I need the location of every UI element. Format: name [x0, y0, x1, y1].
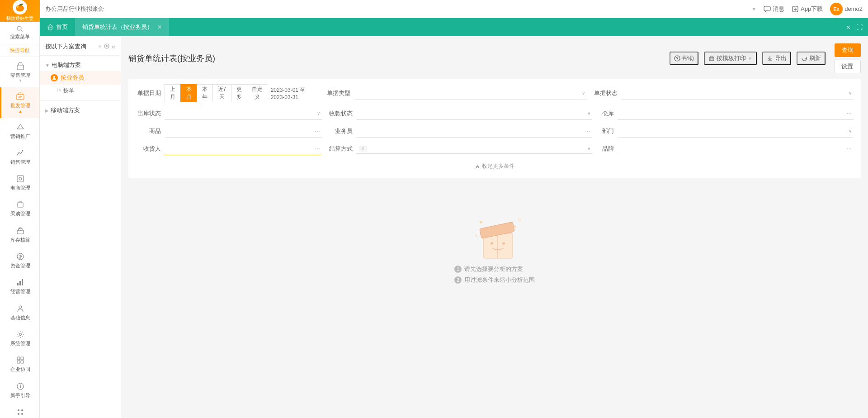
search-menu[interactable]: 搜索菜单 [0, 22, 39, 44]
delivery-value [167, 109, 319, 118]
date-buttons: 上月 本月 本年 近7天 更多 自定义 2023-03-01 至 2023-03… [165, 84, 320, 102]
refresh-icon [801, 55, 807, 62]
sidebar-item-operations[interactable]: 经营管理 [0, 273, 39, 299]
sidebar-item-newbie[interactable]: 新手引导 [0, 377, 39, 403]
sidebar-item-system[interactable]: 系统管理 [0, 325, 39, 351]
svg-rect-19 [17, 357, 20, 360]
settlement-select[interactable]: × ∨ [356, 144, 592, 154]
sidebar-item-enterprise[interactable]: 企业协同 [0, 351, 39, 377]
brand-label: 品牌 [596, 145, 614, 153]
collapse-btn[interactable]: 收起更多条件 [136, 160, 854, 173]
collapse-panel-btn[interactable]: « [112, 43, 115, 51]
brand-dots[interactable]: ··· [846, 145, 852, 152]
message-btn[interactable]: 消息 [764, 5, 784, 13]
scheme-item-salesperson[interactable]: 按业务员 [40, 71, 121, 85]
doc-status-select[interactable]: ∨ [621, 87, 854, 100]
basic-icon [16, 304, 25, 313]
operations-icon [16, 278, 25, 287]
date-btn-this-month[interactable]: 本月 [180, 84, 196, 102]
settings-btn[interactable]: 设置 [835, 60, 861, 73]
help-btn[interactable]: 帮助 [670, 52, 698, 65]
settlement-field: × ∨ [356, 144, 592, 154]
svg-point-37 [57, 90, 58, 91]
salesperson-dots[interactable]: ··· [585, 127, 590, 134]
tab-sales-report[interactable]: 销货单统计表（按业务员） ✕ [75, 18, 169, 36]
svg-point-17 [19, 306, 22, 309]
sidebar-item-basic[interactable]: 基础信息 [0, 299, 39, 325]
sidebar-item-finance[interactable]: 资金管理 [0, 247, 39, 273]
empty-step-1: 1 请先选择要分析的方案 [454, 265, 535, 273]
sidebar-item-apps[interactable]: 应用中心 [0, 403, 39, 418]
sidebar-item-sales[interactable]: 销售管理 [0, 144, 39, 170]
print-btn[interactable]: 按模板打印 ▼ [704, 52, 757, 65]
mobile-scheme-group: ▶ 移动端方案 [40, 103, 121, 118]
filter-row-4: 收货人 ··· 结算方式 × ∨ [136, 142, 854, 155]
scheme-sub-order[interactable]: 按单 [40, 85, 121, 97]
purchase-icon [16, 200, 25, 209]
print-icon [708, 55, 715, 62]
avatar: Ea [830, 3, 843, 15]
svg-point-47 [514, 226, 516, 228]
product-select[interactable]: ··· [165, 124, 322, 138]
delivery-caret: ∨ [317, 111, 320, 116]
topbar-dropdown-icon[interactable]: ▼ [751, 6, 756, 12]
refresh-btn[interactable]: 刷新 [797, 52, 826, 65]
svg-point-23 [18, 409, 19, 411]
tab-home[interactable]: 首页 [40, 18, 75, 36]
tab-home-label: 首页 [56, 23, 68, 31]
date-btn-custom[interactable]: 自定义 [247, 84, 267, 102]
salesperson-select[interactable]: ··· [356, 124, 592, 138]
sidebar-item-wholesale[interactable]: 批发管理 ▲ [0, 87, 39, 118]
print-dropdown-icon[interactable]: ▼ [748, 56, 752, 61]
payment-select[interactable]: ∨ [356, 107, 592, 120]
right-panel: 销货单统计表(按业务员) 帮助 按模板打印 ▼ 导出 [121, 36, 868, 418]
export-btn[interactable]: 导出 [762, 52, 791, 65]
quick-nav[interactable]: 快捷导航 [0, 44, 39, 57]
sidebar-item-retail[interactable]: 零售管理 ▼ [0, 57, 39, 87]
marketing-label: 营销推广 [10, 133, 30, 139]
sales-icon [16, 148, 25, 157]
product-dots[interactable]: ··· [315, 127, 320, 134]
settlement-tag-close[interactable]: × [362, 146, 364, 151]
delivery-select[interactable]: ∨ [165, 107, 322, 120]
finance-label: 资金管理 [10, 262, 30, 269]
warehouse-dots[interactable]: ··· [846, 109, 852, 117]
warehouse-select[interactable]: ··· [618, 107, 854, 120]
payment-field: ∨ [356, 107, 592, 120]
add-scheme-btn[interactable]: + [98, 43, 102, 51]
purchase-label: 采购管理 [10, 210, 30, 217]
delivery-field: ∨ [165, 107, 322, 120]
mobile-scheme-header[interactable]: ▶ 移动端方案 [40, 104, 121, 116]
department-select[interactable]: ∨ [618, 124, 854, 138]
tab-expand-btn[interactable]: ⛶ [854, 22, 864, 33]
query-btn[interactable]: 查询 [835, 43, 861, 57]
message-label: 消息 [773, 5, 784, 13]
sidebar-item-inventory[interactable]: 库存核算 [0, 222, 39, 247]
edit-scheme-btn[interactable] [104, 43, 110, 51]
app-download-btn[interactable]: App下载 [792, 5, 823, 13]
warehouse-value [620, 109, 851, 118]
receiver-select[interactable]: ··· [165, 142, 322, 155]
scheme-panel-header: 按以下方案查询 + « [40, 40, 121, 53]
tab-close-btn[interactable]: ✕ [157, 24, 162, 30]
date-btn-last-month[interactable]: 上月 [165, 84, 180, 102]
mobile-scheme-label: 移动端方案 [51, 106, 80, 114]
sidebar-item-purchase[interactable]: 采购管理 [0, 195, 39, 221]
date-btn-this-year[interactable]: 本年 [197, 84, 212, 102]
svg-point-8 [19, 177, 22, 180]
tab-close-all-btn[interactable]: ✕ [844, 22, 853, 33]
app-download-icon [792, 5, 799, 13]
doc-type-select[interactable]: ∨ [354, 87, 587, 100]
sidebar-item-marketing[interactable]: 营销推广 [0, 118, 39, 144]
sidebar-item-ecommerce[interactable]: 电商管理 [0, 170, 39, 195]
receiver-dots[interactable]: ··· [315, 145, 320, 152]
main-area: 办公用品行业模拟账套 ▼ 消息 App下载 Ea demo2 首页 [40, 0, 868, 418]
date-btn-more[interactable]: 更多 [231, 84, 247, 102]
desktop-scheme-header[interactable]: ▼ 电脑端方案 [40, 59, 121, 71]
scheme-order-label: 按单 [63, 87, 74, 95]
user-profile[interactable]: Ea demo2 [830, 3, 863, 15]
date-btn-7days[interactable]: 近7天 [212, 84, 231, 102]
doc-type-field[interactable]: ∨ [354, 87, 587, 100]
step-2-text: 用过滤条件来缩小分析范围 [464, 276, 535, 284]
brand-select[interactable]: ··· [618, 142, 854, 155]
